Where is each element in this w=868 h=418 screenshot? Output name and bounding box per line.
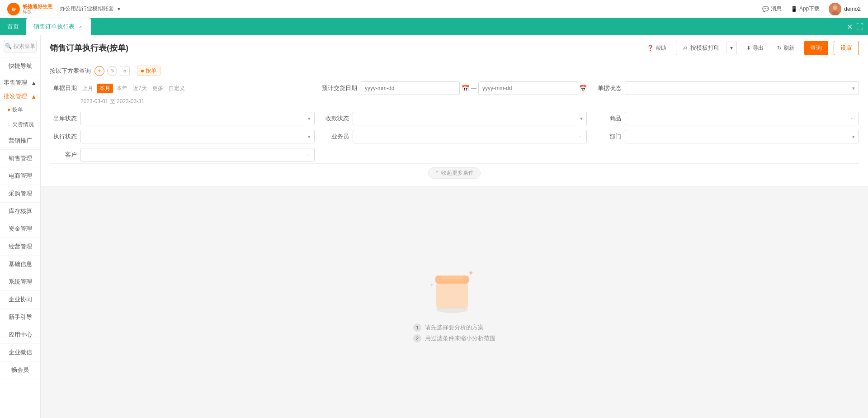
salesperson-select[interactable]: ··· (353, 130, 587, 143)
header-page-label: 办公用品行业模拟账套 (60, 5, 114, 13)
active-scheme-tab[interactable]: 按单 (137, 66, 160, 76)
sidebar-item-retail[interactable]: 零售管理 ▲ (0, 75, 40, 89)
phone-icon: 📱 (791, 6, 797, 12)
print-button[interactable]: 🖨 按模板打印 (676, 41, 726, 55)
svg-rect-8 (441, 276, 463, 279)
user-avatar-area[interactable]: demo2 (829, 3, 861, 15)
filter-item-bill-date: 单据日期 上月 本月 本年 近7天 更多 自定义 (50, 84, 315, 93)
filter-row-3: 执行状态 ▾ 业务员 ··· (50, 130, 859, 143)
print-dropdown-button[interactable]: ▾ (726, 42, 737, 54)
department-select[interactable]: ▾ (625, 130, 859, 143)
sidebar-item-wechat[interactable]: 企业微信 (0, 344, 40, 361)
header-left: 好 畅捷通好生意 标版 办公用品行业模拟账套 ▾ (7, 3, 120, 15)
filter-scheme-actions: + ✎ « (94, 66, 130, 76)
sidebar-item-newbie[interactable]: 新手引导 (0, 309, 40, 326)
filter-item-customer: 客户 ··· (50, 148, 315, 162)
filter-panel-header: 按以下方案查询 + ✎ « 按单 (50, 66, 859, 76)
search-menu-button[interactable]: 🔍 搜索菜单 (4, 40, 37, 52)
goods-label: 商品 (594, 114, 621, 123)
date-tab-7days[interactable]: 近7天 (131, 84, 149, 93)
collapse-more-button[interactable]: ⌃ 收起更多条件 (428, 167, 481, 179)
estimated-date-end[interactable] (478, 81, 577, 95)
execution-status-select[interactable]: ▾ (80, 130, 315, 143)
sidebar-item-finance[interactable]: 资金管理 (0, 220, 40, 238)
date-tabs-row: 上月 本月 本年 近7天 更多 自定义 (80, 84, 315, 93)
refresh-icon: ↻ (777, 45, 782, 51)
sidebar-item-marketing[interactable]: 营销推广 (0, 132, 40, 150)
hint-1-text: 请先选择要分析的方案 (425, 323, 484, 332)
bill-date-control: 上月 本月 本年 近7天 更多 自定义 (80, 84, 315, 93)
add-scheme-button[interactable]: + (94, 66, 104, 76)
filter-item-salesperson: 业务员 ··· (322, 130, 587, 143)
sidebar-item-member[interactable]: 畅会员 (0, 361, 40, 379)
tab-window-close[interactable]: ✕ (847, 23, 853, 31)
filter-item-goods: 商品 ··· (594, 112, 859, 125)
page-title: 销售订单执行表(按单) (50, 43, 128, 53)
date-tab-custom[interactable]: 自定义 (167, 84, 187, 93)
collection-status-label: 收款状态 (322, 114, 349, 123)
sidebar-item-purchase[interactable]: 采购管理 (0, 185, 40, 203)
sidebar-item-operations[interactable]: 经营管理 (0, 238, 40, 256)
edit-scheme-button[interactable]: ✎ (107, 66, 117, 76)
sidebar-item-basic[interactable]: 基础信息 (0, 256, 40, 273)
logo-icon: 好 (7, 3, 20, 15)
filter-panel: 按以下方案查询 + ✎ « 按单 (41, 60, 868, 186)
date-tab-last-month[interactable]: 上月 (80, 84, 95, 93)
estimated-date-start[interactable] (361, 81, 460, 95)
active-dot (141, 70, 144, 72)
bill-status-chevron: ▾ (852, 86, 855, 91)
collection-status-select[interactable]: ▾ (353, 112, 587, 125)
bill-status-select[interactable]: ▾ (625, 81, 859, 95)
customer-more-icon: ··· (307, 152, 311, 157)
tab-home[interactable]: 首页 (0, 18, 26, 35)
empty-state: ✦ ✦ · 1 请先选择要分析的方案 2 用过滤条件来缩小分析范围 (395, 244, 514, 361)
empty-illustration: ✦ ✦ · (427, 262, 481, 316)
calendar-start-icon[interactable]: 📅 (462, 85, 469, 92)
avatar (829, 3, 841, 15)
empty-svg: ✦ ✦ · (427, 262, 481, 316)
estimated-date-label: 预计交货日期 (322, 84, 357, 92)
sidebar-item-quick-nav[interactable]: 快捷导航 (0, 57, 40, 75)
sidebar-item-enterprise[interactable]: 企业协同 (0, 291, 40, 309)
refresh-button[interactable]: ↻ 刷新 (773, 42, 798, 54)
sidebar-item-sales[interactable]: 销售管理 (0, 150, 40, 167)
sidebar-sub-item-order[interactable]: ● 按单 (0, 102, 40, 117)
date-tab-more[interactable]: 更多 (151, 84, 165, 93)
empty-hints: 1 请先选择要分析的方案 2 用过滤条件来缩小分析范围 (413, 323, 495, 342)
customer-select[interactable]: ··· (80, 148, 315, 162)
collection-status-chevron: ▾ (580, 116, 583, 122)
scheme-tabs: 按单 (137, 66, 160, 76)
department-chevron: ▾ (852, 134, 855, 140)
nav-tabs: 首页 销售订单执行表 × ✕ ⛶ (0, 18, 868, 35)
salesperson-label: 业务员 (322, 133, 349, 141)
goods-control: ··· (625, 112, 859, 125)
date-tab-this-month[interactable]: 本月 (97, 84, 113, 93)
goods-more-icon: ··· (851, 116, 855, 121)
date-tab-this-year[interactable]: 本年 (115, 84, 129, 93)
calendar-end-icon[interactable]: 📅 (579, 85, 587, 92)
setup-button[interactable]: 设置 (834, 41, 859, 55)
export-button[interactable]: ⬇ 导出 (742, 42, 768, 54)
sidebar-item-wholesale[interactable]: 批发管理 ▲ (0, 89, 40, 102)
header-dropdown-icon[interactable]: ▾ (118, 6, 120, 12)
warehouse-status-select[interactable]: ▾ (80, 112, 315, 125)
execution-status-chevron: ▾ (308, 134, 311, 140)
tab-close-icon[interactable]: × (77, 24, 84, 30)
message-icon: 💬 (762, 6, 769, 12)
sidebar-item-ecommerce[interactable]: 电商管理 (0, 167, 40, 185)
tab-window-resize[interactable]: ⛶ (856, 23, 863, 31)
help-button[interactable]: ❓ 帮助 (643, 42, 670, 54)
filter-scheme-label: 按以下方案查询 (50, 67, 91, 75)
query-button[interactable]: 查询 (804, 41, 828, 55)
tab-sales-execution[interactable]: 销售订单执行表 × (26, 18, 91, 35)
collapse-scheme-button[interactable]: « (120, 66, 130, 76)
message-action[interactable]: 💬 消息 (762, 5, 782, 13)
sidebar-item-appstore[interactable]: 应用中心 (0, 326, 40, 344)
goods-select[interactable]: ··· (625, 112, 859, 125)
app-download-action[interactable]: 📱 App下载 (791, 5, 820, 13)
sidebar-sub-item-debt[interactable]: ○ 欠货情况 (0, 117, 40, 132)
sidebar-item-system[interactable]: 系统管理 (0, 273, 40, 291)
svg-text:·: · (466, 285, 467, 290)
sidebar-item-inventory[interactable]: 库存核算 (0, 203, 40, 220)
circle-icon: ○ (7, 121, 10, 128)
